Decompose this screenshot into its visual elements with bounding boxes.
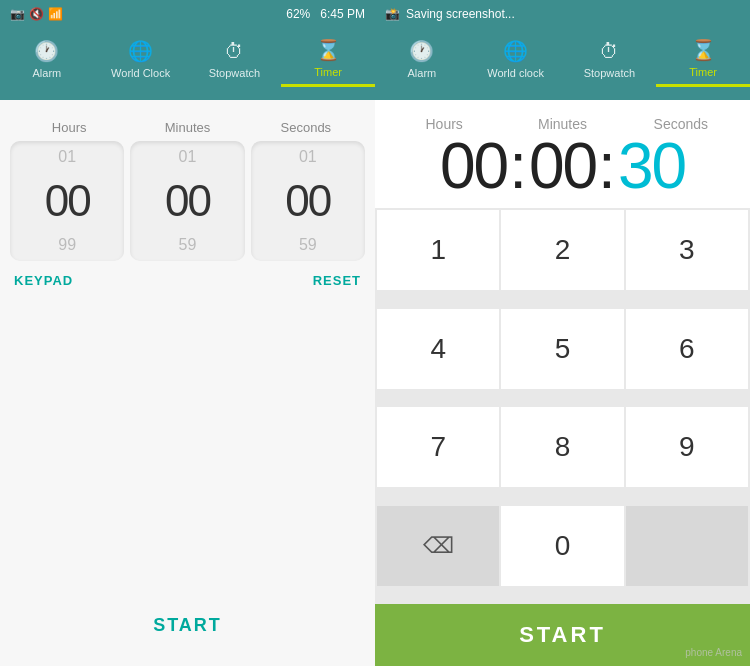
timer-digits-row: 00 : 00 : 30 [385,134,740,198]
key-3[interactable]: 3 [626,210,748,290]
worldclock-icon-right: 🌐 [503,39,528,63]
key-4[interactable]: 4 [377,309,499,389]
tab-worldclock-left[interactable]: 🌐 World Clock [94,39,188,85]
timer-scroll-area: Hours Minutes Seconds 01 00 99 01 00 59 … [0,100,375,383]
keypad-reset-bar: KEYPAD RESET [10,261,365,292]
key-2[interactable]: 2 [501,210,623,290]
minutes-drum-top: 01 [179,148,197,166]
screenshot-icon: 📷 [10,7,25,21]
scroll-drums: 01 00 99 01 00 59 01 00 59 [10,141,365,261]
colon2: : [596,134,618,198]
keypad-grid: 123456789⌫0 [375,208,750,604]
start-button-left[interactable]: START [10,605,365,646]
minutes-drum-bottom: 59 [179,236,197,254]
tab-stopwatch-right[interactable]: ⏱ Stopwatch [563,40,657,85]
status-bar-right: 📸 Saving screenshot... [375,0,750,28]
hours-drum-bottom: 99 [58,236,76,254]
wifi-icon: 📶 [48,7,63,21]
backspace-key[interactable]: ⌫ [377,506,499,586]
seconds-drum[interactable]: 01 00 59 [251,141,365,261]
timer-display: Hours Minutes Seconds 00 : 00 : 30 [375,100,750,208]
key-7[interactable]: 7 [377,407,499,487]
tab-bar-left: 🕐 Alarm 🌐 World Clock ⏱ Stopwatch ⌛ Time… [0,28,375,100]
tab-stopwatch-left[interactable]: ⏱ Stopwatch [188,40,282,85]
colon1: : [507,134,529,198]
empty-key [626,506,748,586]
screenshot-saving-icon: 📸 [385,7,400,21]
alarm-icon-right: 🕐 [409,39,434,63]
status-bar-left: 📷 🔇 📶 62% 6:45 PM [0,0,375,28]
battery-time: 62% 6:45 PM [286,7,365,21]
status-icons: 📷 🔇 📶 [10,7,63,21]
saving-text: Saving screenshot... [406,7,515,21]
key-6[interactable]: 6 [626,309,748,389]
worldclock-icon-left: 🌐 [128,39,153,63]
seconds-drum-bottom: 59 [299,236,317,254]
minutes-display: 00 [529,134,596,198]
tab-timer-right[interactable]: ⌛ Timer [656,38,750,87]
timer-icon-left: ⌛ [316,38,341,62]
minutes-label-left: Minutes [137,120,237,135]
tab-worldclock-right[interactable]: 🌐 World clock [469,39,563,85]
minutes-drum[interactable]: 01 00 59 [130,141,244,261]
tab-alarm-left[interactable]: 🕐 Alarm [0,39,94,85]
stopwatch-icon-left: ⏱ [224,40,244,63]
hours-drum[interactable]: 01 00 99 [10,141,124,261]
tab-alarm-right[interactable]: 🕐 Alarm [375,39,469,85]
seconds-display: 30 [618,134,685,198]
alarm-icon-left: 🕐 [34,39,59,63]
key-1[interactable]: 1 [377,210,499,290]
key-9[interactable]: 9 [626,407,748,487]
hours-drum-center: 00 [45,179,90,223]
hours-label-left: Hours [19,120,119,135]
minutes-drum-center: 00 [165,179,210,223]
timer-icon-right: ⌛ [691,38,716,62]
seconds-label-left: Seconds [256,120,356,135]
start-button-right[interactable]: START [375,604,750,666]
hours-display: 00 [440,134,507,198]
right-panel: 📸 Saving screenshot... 🕐 Alarm 🌐 World c… [375,0,750,666]
backspace-icon: ⌫ [423,533,454,559]
stopwatch-icon-right: ⏱ [599,40,619,63]
key-0[interactable]: 0 [501,506,623,586]
hours-drum-top: 01 [58,148,76,166]
start-area-left: START [0,383,375,666]
seconds-drum-top: 01 [299,148,317,166]
tab-timer-left[interactable]: ⌛ Timer [281,38,375,87]
reset-button[interactable]: RESET [313,273,361,288]
left-panel: 📷 🔇 📶 62% 6:45 PM 🕐 Alarm 🌐 World Clock … [0,0,375,666]
keypad-button[interactable]: KEYPAD [14,273,73,288]
key-5[interactable]: 5 [501,309,623,389]
tab-bar-right: 🕐 Alarm 🌐 World clock ⏱ Stopwatch ⌛ Time… [375,28,750,100]
mute-icon: 🔇 [29,7,44,21]
key-8[interactable]: 8 [501,407,623,487]
scroll-labels: Hours Minutes Seconds [10,120,365,135]
seconds-drum-center: 00 [285,179,330,223]
